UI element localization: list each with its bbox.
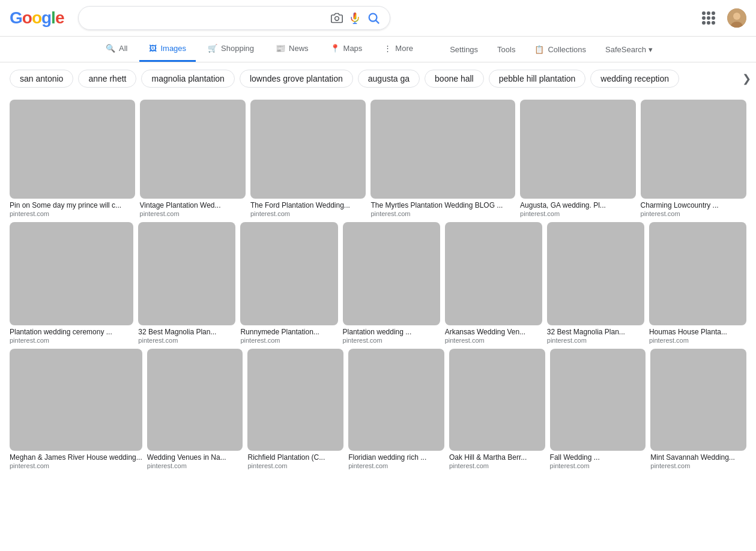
image-label: The Ford Plantation Wedding... <box>250 201 366 209</box>
svg-point-6 <box>733 13 740 20</box>
chip-magnolia-plantation[interactable]: magnolia plantation <box>141 70 234 88</box>
image-label: Runnymede Plantation... <box>240 328 337 336</box>
chip-pebble-hill[interactable]: pebble hill plantation <box>489 70 586 88</box>
image-label: 32 Best Magnolia Plan... <box>547 328 644 336</box>
image-source: pinterest.com <box>449 462 545 469</box>
image-thumb <box>10 349 142 451</box>
image-source: pinterest.com <box>147 462 243 469</box>
image-thumb <box>449 349 545 451</box>
image-card[interactable]: The Myrtles Plantation Wedding BLOG ... … <box>370 100 515 217</box>
image-source: pinterest.com <box>138 337 235 344</box>
image-label: Floridian wedding rich ... <box>348 453 444 462</box>
image-card[interactable]: Plantation wedding ceremony ... pinteres… <box>10 222 133 344</box>
image-label: Plantation wedding ... <box>343 328 440 336</box>
tab-all[interactable]: 🔍 All <box>96 37 137 62</box>
image-label: Vintage Plantation Wed... <box>140 201 246 209</box>
chip-lowndes-grove[interactable]: lowndes grove plantation <box>240 70 353 88</box>
image-card[interactable]: Mint Savannah Wedding... pinterest.com <box>650 349 746 469</box>
search-button[interactable] <box>367 11 380 25</box>
image-card[interactable]: Runnymede Plantation... pinterest.com <box>240 222 337 344</box>
tab-more[interactable]: ⋮ More <box>374 37 423 62</box>
chip-augusta-ga[interactable]: augusta ga <box>358 70 420 88</box>
tab-news-label: News <box>289 44 309 53</box>
image-label: Houmas House Planta... <box>649 328 746 336</box>
image-card[interactable]: Charming Lowcountry ... pinterest.com <box>641 100 746 217</box>
tab-images[interactable]: 🖼 Images <box>139 37 196 62</box>
chips-next-arrow[interactable]: ❯ <box>723 65 756 92</box>
image-thumb <box>445 222 542 325</box>
image-card[interactable]: Plantation wedding ... pinterest.com <box>343 222 440 344</box>
image-source: pinterest.com <box>641 210 746 217</box>
image-card[interactable]: Floridian wedding rich ... pinterest.com <box>348 349 444 469</box>
image-label: 32 Best Magnolia Plan... <box>138 328 235 336</box>
tab-news[interactable]: 📰 News <box>266 37 318 62</box>
image-card[interactable]: 32 Best Magnolia Plan... pinterest.com <box>138 222 235 344</box>
shopping-icon: 🛒 <box>208 44 217 53</box>
svg-line-4 <box>376 20 380 23</box>
image-source: pinterest.com <box>650 462 746 469</box>
news-icon: 📰 <box>276 44 285 53</box>
image-card[interactable]: Houmas House Planta... pinterest.com <box>649 222 746 344</box>
image-label: Richfield Plantation (C... <box>247 453 343 462</box>
image-row-1: Pin on Some day my prince will c... pint… <box>10 100 746 217</box>
image-card[interactable]: Richfield Plantation (C... pinterest.com <box>247 349 343 469</box>
chip-wedding-reception[interactable]: wedding reception <box>590 70 679 88</box>
image-thumb <box>343 222 440 325</box>
image-label: Pin on Some day my prince will c... <box>10 201 135 209</box>
search-bar[interactable]: plantation wedding site:pinterest.com <box>78 6 390 30</box>
image-card[interactable]: Vintage Plantation Wed... pinterest.com <box>140 100 246 217</box>
collections-button[interactable]: 📋 Collections <box>527 40 593 59</box>
image-source: pinterest.com <box>343 337 440 344</box>
image-card[interactable]: 32 Best Magnolia Plan... pinterest.com <box>547 222 644 344</box>
maps-icon: 📍 <box>330 44 340 53</box>
tab-more-label: More <box>395 44 413 53</box>
chip-san-antonio[interactable]: san antonio <box>10 70 73 88</box>
safesearch-button[interactable]: SafeSearch ▾ <box>598 40 660 59</box>
header-right <box>700 8 746 28</box>
mic-button[interactable] <box>349 12 361 24</box>
tab-maps[interactable]: 📍 Maps <box>321 37 372 62</box>
image-label: Plantation wedding ceremony ... <box>10 328 133 336</box>
tools-button[interactable]: Tools <box>490 40 522 59</box>
settings-button[interactable]: Settings <box>443 40 485 59</box>
image-grid: Pin on Some day my prince will c... pint… <box>0 95 756 479</box>
image-source: pinterest.com <box>348 462 444 469</box>
tab-maps-label: Maps <box>343 44 363 53</box>
image-source: pinterest.com <box>445 337 542 344</box>
filter-chips: san antonio anne rhett magnolia plantati… <box>0 62 756 95</box>
image-card[interactable]: Wedding Venues in Na... pinterest.com <box>147 349 243 469</box>
image-thumb <box>649 222 746 325</box>
image-label: Arkansas Wedding Ven... <box>445 328 542 336</box>
camera-search-button[interactable] <box>331 12 343 24</box>
tab-shopping[interactable]: 🛒 Shopping <box>198 37 264 62</box>
image-card[interactable]: Fall Wedding ... pinterest.com <box>550 349 646 469</box>
image-source: pinterest.com <box>649 337 746 344</box>
chip-boone-hall[interactable]: boone hall <box>425 70 484 88</box>
image-source: pinterest.com <box>370 210 515 217</box>
apps-icon[interactable] <box>700 9 718 27</box>
tab-all-label: All <box>119 44 127 53</box>
image-thumb <box>650 349 746 451</box>
svg-point-3 <box>369 14 377 22</box>
image-label: Fall Wedding ... <box>550 453 646 462</box>
image-thumb <box>140 100 246 199</box>
google-logo: Google <box>10 8 64 28</box>
image-card[interactable]: Meghan & James River House wedding... pi… <box>10 349 142 469</box>
search-input[interactable]: plantation wedding site:pinterest.com <box>88 13 325 23</box>
image-thumb <box>10 100 135 199</box>
chip-anne-rhett[interactable]: anne rhett <box>78 70 136 88</box>
svg-point-0 <box>335 17 339 21</box>
image-source: pinterest.com <box>240 337 337 344</box>
image-thumb <box>247 349 343 451</box>
image-card[interactable]: Oak Hill & Martha Berr... pinterest.com <box>449 349 545 469</box>
image-label: Oak Hill & Martha Berr... <box>449 453 545 462</box>
avatar[interactable] <box>727 8 746 28</box>
image-label: Charming Lowcountry ... <box>641 201 746 209</box>
image-card[interactable]: Augusta, GA wedding. Pl... pinterest.com <box>520 100 635 217</box>
image-card[interactable]: Arkansas Wedding Ven... pinterest.com <box>445 222 542 344</box>
image-source: pinterest.com <box>140 210 246 217</box>
image-label: Augusta, GA wedding. Pl... <box>520 201 635 209</box>
more-icon: ⋮ <box>384 44 392 53</box>
image-card[interactable]: Pin on Some day my prince will c... pint… <box>10 100 135 217</box>
image-card[interactable]: The Ford Plantation Wedding... pinterest… <box>250 100 366 217</box>
